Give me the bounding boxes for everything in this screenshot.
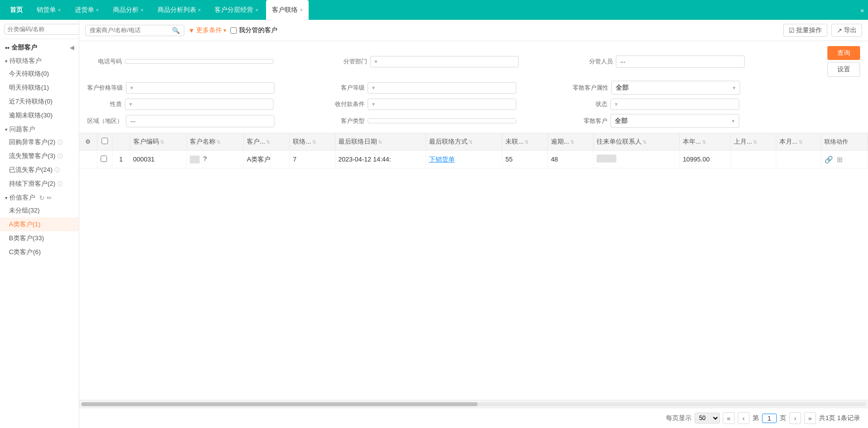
sidebar-search-input[interactable]	[4, 24, 79, 35]
sidebar-item-class-b[interactable]: B类客户(33)	[0, 231, 79, 245]
close-icon[interactable]: ×	[141, 7, 144, 13]
filter-phone-input[interactable]	[125, 59, 273, 64]
close-all-button[interactable]: ×	[860, 5, 864, 15]
select-all-checkbox[interactable]	[102, 138, 108, 144]
sidebar-item-week-pending[interactable]: 近7天待联络(0)	[0, 95, 79, 108]
filter-status-select[interactable]: ▾	[610, 99, 739, 110]
grid-action-icon[interactable]: ⊞	[837, 156, 843, 163]
batch-op-button[interactable]: ☑ 批量操作	[783, 24, 827, 37]
link-action-icon[interactable]: 🔗	[824, 156, 833, 163]
th-type: 客户...⇅	[244, 133, 290, 151]
row-checkbox[interactable]	[101, 156, 107, 162]
tab-goods-analysis[interactable]: 商品分析 ×	[107, 0, 150, 20]
my-customers-checkbox[interactable]: 我分管的客户	[230, 26, 277, 35]
sidebar-item-class-c[interactable]: C类客户(6)	[0, 245, 79, 259]
sidebar-all-customers[interactable]: ▪▪ 全部客户 ◀	[0, 39, 79, 54]
more-filters-button[interactable]: ▼ 更多条件 ▾	[188, 26, 226, 35]
td-overdue: 48	[547, 151, 593, 168]
td-last-method[interactable]: 下销货单	[426, 151, 502, 168]
tab-purchase[interactable]: 进货单 ×	[69, 0, 105, 20]
tab-sales-label: 销货单	[37, 5, 56, 14]
sidebar-item-lost-warning[interactable]: 流失预警客户(3) ⓘ	[0, 149, 79, 163]
info-icon[interactable]: ⓘ	[57, 180, 63, 188]
table-row: 1 000031 ? A类客户 7 2023-04-12 14:44: 下销货单…	[79, 151, 868, 168]
chevron-down-icon: ▾	[372, 85, 375, 91]
sort-icon: ⇅	[525, 139, 529, 145]
collapse-icon[interactable]: ◀	[70, 45, 74, 51]
td-checkbox[interactable]	[97, 151, 112, 168]
sidebar-item-today-pending[interactable]: 今天待联络(0)	[0, 67, 79, 81]
filter-dept: 分管部门 ▾	[332, 56, 574, 67]
sort-icon: ⇅	[312, 139, 316, 145]
filter-price-grade: 客户价格等级 ▾	[87, 82, 326, 94]
close-icon[interactable]: ×	[96, 7, 99, 13]
close-icon[interactable]: ×	[255, 7, 258, 13]
prev-page-button[interactable]: ‹	[738, 412, 750, 424]
close-icon[interactable]: ×	[300, 7, 303, 13]
sidebar-item-overdue[interactable]: 逾期未联络(30)	[0, 108, 79, 122]
sidebar-item-lost[interactable]: 已流失客户(24) ⓘ	[0, 163, 79, 177]
td-num: 1	[112, 151, 130, 168]
setting-button[interactable]: 设置	[827, 62, 860, 77]
filter-row-4: 区域（地区） ··· 客户类型 零散客户 全部 ▾	[87, 114, 860, 128]
filter-search-input[interactable]	[90, 27, 170, 34]
tab-customer-tier-label: 客户分层经营	[215, 5, 253, 14]
scrollbar-track	[81, 402, 866, 406]
scrollbar-thumb[interactable]	[81, 402, 478, 406]
filter-search-icon[interactable]: 🔍	[172, 27, 180, 34]
my-customers-check[interactable]	[230, 27, 237, 34]
page-size-select[interactable]: 50 100 200	[695, 413, 720, 424]
sidebar-item-repurchase-abnormal[interactable]: 回购异常客户(2) ⓘ	[0, 135, 79, 149]
filter-customer-grade: 客户等级 ▾	[330, 82, 569, 94]
sidebar-item-declining[interactable]: 持续下滑客户(2) ⓘ	[0, 177, 79, 191]
sidebar-item-unclassified[interactable]: 未分组(32)	[0, 204, 79, 217]
page-label: 第	[753, 414, 759, 423]
th-last-date: 最后联络日期⇅	[335, 133, 426, 151]
close-icon[interactable]: ×	[58, 7, 61, 13]
filter-payment-select[interactable]: ▾	[368, 99, 516, 110]
filter-region-select[interactable]: ···	[126, 115, 274, 127]
filter-status: 状态 ▾	[573, 99, 812, 110]
export-icon: ↗	[837, 27, 842, 34]
edit-icon[interactable]: ✏	[47, 194, 52, 202]
chevron-down-icon: ▾	[732, 118, 735, 124]
sidebar-item-tomorrow-pending[interactable]: 明天待联络(1)	[0, 81, 79, 95]
filter-dept-select[interactable]: ▾	[370, 56, 519, 67]
last-method-link[interactable]: 下销货单	[429, 156, 455, 163]
sort-icon: ⇅	[217, 139, 220, 145]
filter-nature-select[interactable]: ▾	[125, 99, 273, 110]
filter-customer-grade-select[interactable]: ▾	[368, 82, 516, 94]
tab-sales[interactable]: 销货单 ×	[31, 0, 67, 20]
export-button[interactable]: ↗ 导出	[831, 24, 862, 37]
first-page-button[interactable]: «	[723, 412, 735, 424]
th-last-month: 上月...⇅	[731, 133, 776, 151]
filter-person-select[interactable]: ···	[616, 55, 745, 68]
td-this-year: 10995.00	[680, 151, 731, 168]
tab-goods-list[interactable]: 商品分析列表 ×	[152, 0, 207, 20]
toolbar-right: ☑ 批量操作 ↗ 导出	[783, 24, 862, 37]
th-checkbox[interactable]	[97, 133, 112, 151]
checkbox-icon: ☑	[789, 27, 795, 34]
query-button[interactable]: 查询	[827, 46, 860, 60]
horizontal-scrollbar[interactable]	[79, 400, 868, 408]
info-icon[interactable]: ⓘ	[57, 139, 63, 146]
filter-retail-customer-select[interactable]: 全部 ▾	[610, 114, 739, 128]
filter-toolbar: 🔍 ▼ 更多条件 ▾ 我分管的客户 ☑ 批量操作 ↗ 导出	[79, 20, 868, 41]
sort-icon: ⇅	[266, 139, 270, 145]
tab-customer-contact[interactable]: 客户联络 ×	[266, 0, 309, 20]
tab-home[interactable]: 首页	[4, 0, 29, 20]
tab-customer-tier[interactable]: 客户分层经营 ×	[209, 0, 264, 20]
filter-price-grade-select[interactable]: ▾	[126, 82, 274, 94]
info-icon[interactable]: ⓘ	[57, 153, 63, 160]
page-current-input[interactable]	[762, 414, 777, 423]
unit-contact-placeholder	[597, 155, 616, 162]
th-gear[interactable]: ⚙	[79, 133, 97, 151]
last-page-button[interactable]: »	[804, 412, 816, 424]
info-icon[interactable]: ⓘ	[54, 166, 60, 174]
refresh-icon[interactable]: ↻	[39, 194, 45, 202]
filter-customer-type-input[interactable]	[368, 118, 516, 123]
sidebar-item-class-a[interactable]: A类客户(1)	[0, 217, 79, 231]
close-icon[interactable]: ×	[198, 7, 201, 13]
next-page-button[interactable]: ›	[789, 412, 801, 424]
filter-retail-attr-select[interactable]: 全部 ▾	[611, 81, 740, 95]
